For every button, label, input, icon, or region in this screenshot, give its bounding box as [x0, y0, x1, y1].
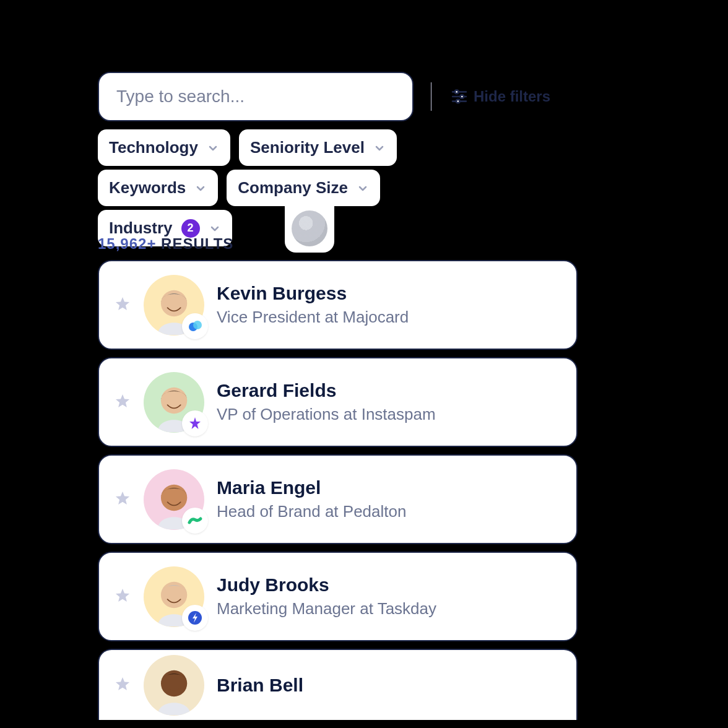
hide-filters-label: Hide filters — [474, 88, 550, 105]
result-card[interactable]: Judy Brooks Marketing Manager at Taskday — [98, 552, 578, 641]
app-canvas: Hide filters TechnologySeniority LevelKe… — [0, 0, 728, 728]
result-title: Head of Brand at Pedalton — [217, 502, 406, 521]
result-name: Kevin Burgess — [217, 283, 409, 304]
favorite-button[interactable] — [114, 675, 131, 695]
result-name: Brian Bell — [217, 675, 303, 696]
divider — [431, 82, 431, 111]
result-card[interactable]: Maria Engel Head of Brand at Pedalton — [98, 454, 578, 544]
avatar — [144, 566, 204, 627]
avatar-badge-icon — [182, 605, 208, 631]
result-info: Brian Bell — [217, 675, 303, 696]
filter-label: Company Size — [238, 178, 348, 197]
svg-point-9 — [161, 388, 187, 414]
filter-chip[interactable]: Seniority Level — [239, 129, 397, 166]
result-title: Vice President at Majocard — [217, 308, 409, 327]
svg-point-6 — [161, 290, 187, 316]
favorite-star-icon — [114, 392, 131, 410]
avatar — [144, 275, 204, 336]
chevron-down-icon — [194, 182, 207, 194]
svg-point-11 — [161, 582, 187, 608]
result-name: Judy Brooks — [217, 574, 436, 596]
svg-point-1 — [455, 90, 458, 93]
result-card[interactable]: Brian Bell — [98, 649, 578, 720]
results-count: 15,962+ RESULTS — [98, 235, 233, 253]
chevron-down-icon — [373, 142, 386, 154]
svg-point-8 — [193, 321, 202, 329]
favorite-button[interactable] — [114, 587, 131, 607]
filter-chip[interactable]: Keywords — [98, 170, 218, 206]
avatar — [144, 372, 204, 433]
chevron-down-icon — [209, 222, 221, 235]
avatar-badge-icon — [182, 313, 208, 339]
result-info: Maria Engel Head of Brand at Pedalton — [217, 477, 406, 521]
filter-label: Seniority Level — [250, 138, 365, 157]
filter-label: Keywords — [109, 178, 186, 197]
filter-chip[interactable]: Technology — [98, 129, 230, 166]
results-count-label: RESULTS — [161, 235, 233, 252]
results-count-number: 15,962+ — [98, 235, 156, 252]
search-row: Hide filters — [98, 72, 550, 121]
filter-badge: 2 — [181, 219, 200, 238]
result-title: VP of Operations at Instaspam — [217, 405, 436, 424]
decorative-avatar-fragment — [285, 204, 334, 253]
result-card[interactable]: Gerard Fields VP of Operations at Instas… — [98, 357, 578, 447]
results-list: Kevin Burgess Vice President at Majocard… — [98, 260, 578, 720]
filter-icon — [451, 89, 467, 104]
result-info: Kevin Burgess Vice President at Majocard — [217, 283, 409, 327]
avatar — [144, 469, 204, 530]
filter-chip[interactable]: Company Size — [227, 170, 380, 206]
favorite-button[interactable] — [114, 490, 131, 509]
svg-point-3 — [461, 95, 464, 98]
favorite-star-icon — [114, 490, 131, 507]
favorite-star-icon — [114, 675, 131, 693]
avatar-badge-icon — [182, 410, 208, 436]
favorite-star-icon — [114, 295, 131, 313]
avatar — [144, 655, 204, 716]
filter-label: Technology — [109, 138, 198, 157]
result-info: Judy Brooks Marketing Manager at Taskday — [217, 574, 436, 618]
favorite-button[interactable] — [114, 295, 131, 315]
result-title: Marketing Manager at Taskday — [217, 599, 436, 618]
chevron-down-icon — [207, 142, 219, 154]
favorite-button[interactable] — [114, 392, 131, 412]
search-input[interactable] — [98, 72, 414, 121]
chevron-down-icon — [357, 182, 369, 194]
svg-point-13 — [161, 670, 187, 696]
result-name: Gerard Fields — [217, 380, 436, 401]
svg-point-10 — [161, 485, 187, 511]
result-card[interactable]: Kevin Burgess Vice President at Majocard — [98, 260, 578, 350]
favorite-star-icon — [114, 587, 131, 604]
result-name: Maria Engel — [217, 477, 406, 498]
person-illustration — [147, 661, 201, 715]
svg-point-5 — [456, 100, 459, 103]
result-info: Gerard Fields VP of Operations at Instas… — [217, 380, 436, 424]
avatar-badge-icon — [182, 508, 208, 534]
decorative-circle — [292, 210, 327, 246]
hide-filters-button[interactable]: Hide filters — [451, 88, 550, 105]
